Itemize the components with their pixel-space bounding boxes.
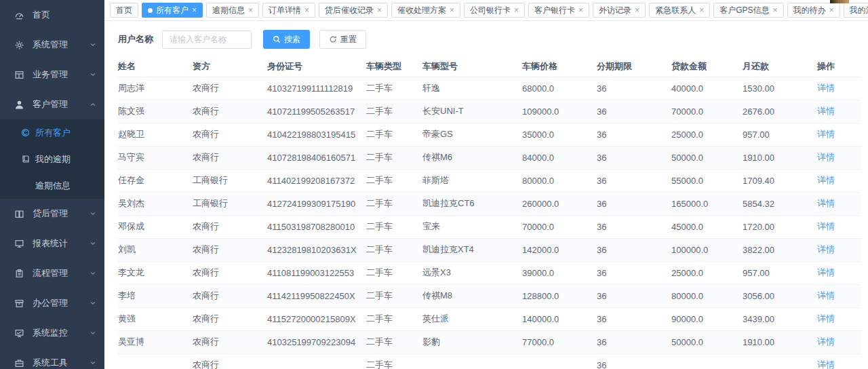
tab-close-icon[interactable]: × (304, 6, 309, 14)
table-cell: 吴亚博 (118, 330, 193, 353)
table-row-partial: 农商行二手车36详情 (118, 353, 861, 369)
table-cell: 宝来 (422, 215, 522, 238)
sidebar-subitem-label: 逾期信息 (35, 180, 71, 192)
detail-link[interactable]: 详情 (817, 152, 835, 162)
sidebar-subitem-all-customers[interactable]: 所有客户 (0, 119, 104, 146)
table-cell: 2676.00 (743, 100, 817, 123)
table-cell: 二手车 (366, 238, 422, 261)
table-cell: 农商行 (193, 284, 267, 307)
reset-button-label: 重置 (340, 34, 357, 45)
gear-icon (14, 40, 26, 50)
tab-close-icon[interactable]: × (377, 6, 382, 14)
loan-icon (14, 209, 26, 219)
action-cell: 详情 (817, 100, 861, 123)
action-cell: 详情 (817, 215, 861, 238)
table-cell: 36 (597, 238, 671, 261)
sidebar-item-business-mgmt[interactable]: 业务管理 (0, 60, 104, 90)
table-cell: 二手车 (366, 100, 422, 123)
sidebar-item-post-loan-mgmt[interactable]: 贷后管理 (0, 199, 104, 229)
report-icon (14, 239, 26, 249)
tab-close-icon[interactable]: × (578, 6, 583, 14)
table-row: 周志洋农商行410327199111112819二手车轩逸68000.03640… (118, 77, 861, 100)
table-cell: 410728198406160571 (267, 146, 366, 169)
tab-visit-records[interactable]: 外访记录× (593, 3, 646, 18)
sidebar: 首页系统管理业务管理客户管理所有客户我的逾期逾期信息贷后管理报表统计流程管理办公… (0, 0, 104, 369)
tab-emergency-contacts[interactable]: 紧急联系人× (649, 3, 710, 18)
tab-home[interactable]: 首页 (110, 3, 138, 18)
search-icon (273, 35, 281, 43)
customers-table: 姓名资方身份证号车辆类型车辆型号车辆价格分期期限贷款金额月还款操作 周志洋农商行… (118, 57, 861, 369)
tab-my-todo[interactable]: 我的待办× (787, 3, 840, 18)
reset-button[interactable]: 重置 (319, 30, 366, 49)
action-cell: 详情 (817, 123, 861, 146)
tab-company-bank-card[interactable]: 公司银行卡× (464, 3, 525, 18)
tab-all-customers[interactable]: 所有客户× (142, 3, 203, 18)
table-row: 邓保成农商行411503198708280010二手车宝来70000.03645… (118, 215, 861, 238)
table-cell: 二手车 (366, 330, 422, 353)
detail-link[interactable]: 详情 (817, 336, 835, 347)
table-row: 黄强农商行41152720000215809X二手车英仕派140000.0369… (118, 307, 861, 330)
tab-overdue-info[interactable]: 逾期信息× (206, 3, 259, 18)
sidebar-item-report-stats[interactable]: 报表统计 (0, 229, 104, 258)
tab-collection-plan[interactable]: 催收处理方案× (391, 3, 460, 18)
detail-link[interactable]: 详情 (817, 267, 835, 277)
search-button[interactable]: 搜索 (263, 30, 310, 49)
column-header: 操作 (817, 57, 861, 77)
sidebar-item-label: 系统管理 (33, 39, 68, 51)
tab-close-icon[interactable]: × (450, 6, 454, 14)
table-row: 任存金工商银行411402199208167372二手车菲斯塔80000.036… (118, 169, 861, 192)
detail-link[interactable]: 详情 (817, 244, 835, 254)
table-row: 吴刘杰工商银行412724199309175190二手车凯迪拉克CT626000… (118, 192, 861, 215)
detail-link[interactable]: 详情 (817, 83, 835, 93)
detail-link[interactable]: 详情 (817, 290, 835, 300)
detail-link[interactable]: 详情 (817, 106, 835, 116)
tab-label: 客户银行卡 (534, 5, 575, 16)
tab-close-icon[interactable]: × (514, 6, 519, 14)
detail-link[interactable]: 详情 (817, 175, 835, 185)
action-cell: 详情 (817, 353, 861, 369)
tab-customer-bank-card[interactable]: 客户银行卡× (528, 3, 589, 18)
sidebar-item-office-mgmt[interactable]: 办公管理 (0, 288, 104, 318)
sidebar-item-system-mgmt[interactable]: 系统管理 (0, 30, 104, 60)
chevron-down-icon (90, 330, 96, 336)
tab-order-detail[interactable]: 订单详情× (262, 3, 315, 18)
detail-link[interactable]: 详情 (817, 198, 835, 208)
table-cell: 411081199003122553 (267, 261, 366, 284)
sidebar-subitem-my-overdue[interactable]: 我的逾期 (0, 146, 104, 172)
tab-collection-records[interactable]: 贷后催收记录× (319, 3, 388, 18)
sidebar-item-system-monitor[interactable]: 系统监控 (0, 318, 104, 348)
table-cell: 影豹 (422, 330, 522, 353)
detail-link[interactable]: 详情 (817, 221, 835, 231)
table-cell: 3439.00 (743, 307, 817, 330)
tab-close-icon[interactable]: × (829, 6, 834, 14)
table-cell: 957.00 (743, 123, 817, 146)
sidebar-item-process-mgmt[interactable]: 流程管理 (0, 258, 104, 288)
sidebar-item-home[interactable]: 首页 (0, 0, 104, 30)
tab-close-icon[interactable]: × (248, 6, 253, 14)
sidebar-item-system-tools[interactable]: 系统工具 (0, 348, 104, 369)
tab-close-icon[interactable]: × (772, 6, 777, 14)
table-row: 吴亚博农商行410325199709223094二手车影豹77000.03650… (118, 330, 861, 353)
tab-close-icon[interactable]: × (192, 6, 197, 14)
customer-mgmt-submenu: 所有客户我的逾期逾期信息 (0, 119, 104, 199)
tab-bar: 首页所有客户×逾期信息×订单详情×贷后催收记录×催收处理方案×公司银行卡×客户银… (104, 0, 868, 21)
chevron-down-icon (90, 270, 96, 277)
tab-close-icon[interactable]: × (635, 6, 639, 14)
detail-link[interactable]: 详情 (817, 129, 835, 139)
customer-name-input[interactable] (162, 31, 252, 49)
action-cell: 详情 (817, 261, 861, 284)
table-cell: 142000.0 (522, 238, 597, 261)
detail-link[interactable]: 详情 (817, 313, 835, 324)
tab-customer-gps[interactable]: 客户GPS信息× (713, 3, 783, 18)
sidebar-item-customer-mgmt[interactable]: 客户管理 (0, 90, 104, 119)
sidebar-item-label: 流程管理 (33, 267, 68, 279)
tab-my-process[interactable]: 我的流程× (844, 3, 868, 18)
table-cell: 25000.0 (671, 261, 743, 284)
sidebar-subitem-overdue-info[interactable]: 逾期信息 (0, 172, 104, 199)
tab-close-icon[interactable]: × (699, 6, 704, 14)
tab-label: 紧急联系人 (655, 5, 696, 16)
detail-link[interactable]: 详情 (817, 360, 835, 369)
column-header: 分期期限 (597, 57, 671, 77)
tab-label: 所有客户 (156, 5, 189, 16)
avatar-partial[interactable] (830, 0, 849, 3)
